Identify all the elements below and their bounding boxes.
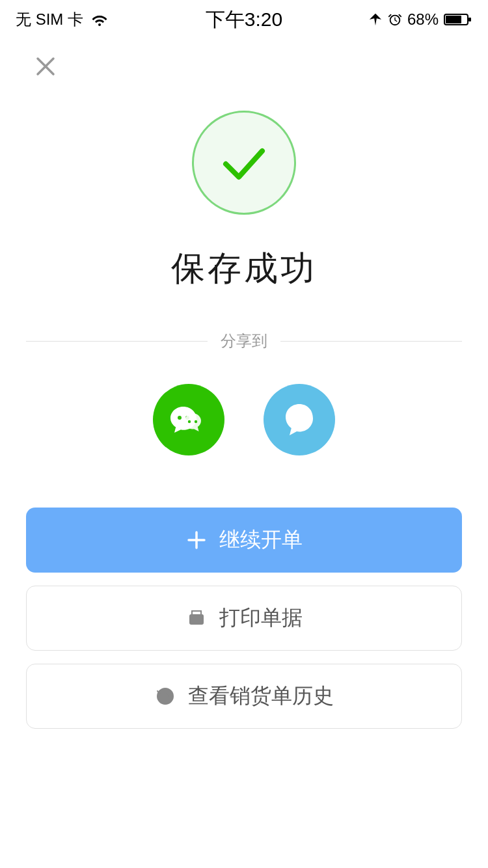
share-icons-row: [153, 384, 335, 455]
status-bar: 无 SIM 卡 下午3:20 68%: [0, 0, 488, 39]
success-title: 保存成功: [171, 246, 317, 292]
history-label: 查看销货单历史: [188, 682, 334, 711]
alarm-icon: [388, 12, 402, 27]
status-left: 无 SIM 卡: [16, 9, 109, 30]
qq-share-button[interactable]: [264, 384, 335, 455]
status-time: 下午3:20: [206, 7, 282, 33]
svg-point-13: [287, 409, 292, 417]
svg-rect-19: [193, 622, 198, 623]
history-icon: [154, 685, 176, 707]
checkmark-icon: [218, 137, 270, 189]
wechat-share-button[interactable]: [153, 384, 224, 455]
svg-rect-3: [446, 16, 461, 23]
print-icon: [185, 607, 208, 629]
wifi-icon: [90, 12, 109, 27]
wechat-icon: [168, 399, 210, 441]
svg-rect-2: [468, 18, 471, 21]
share-label: 分享到: [221, 331, 267, 351]
location-icon: [368, 12, 383, 27]
svg-point-11: [293, 415, 298, 420]
share-divider: 分享到: [26, 331, 462, 351]
print-label: 打印单据: [219, 604, 303, 632]
success-icon-circle: [192, 111, 296, 215]
no-sim-label: 无 SIM 卡: [16, 9, 83, 30]
continue-button[interactable]: 继续开单: [26, 508, 462, 573]
divider-line-right: [280, 341, 462, 342]
main-content: 保存成功 分享到: [0, 39, 488, 729]
battery-icon: [444, 12, 472, 27]
qq-icon: [278, 399, 320, 441]
svg-point-14: [306, 409, 312, 417]
svg-point-6: [178, 416, 182, 420]
divider-line-left: [26, 341, 208, 342]
battery-label: 68%: [407, 10, 439, 29]
svg-point-8: [188, 420, 191, 423]
svg-point-12: [301, 415, 306, 420]
continue-label: 继续开单: [219, 526, 303, 554]
close-button[interactable]: [26, 47, 65, 86]
plus-icon: [185, 529, 208, 551]
svg-point-20: [202, 617, 204, 619]
svg-point-9: [195, 420, 197, 423]
print-button[interactable]: 打印单据: [26, 586, 462, 651]
history-button[interactable]: 查看销货单历史: [26, 664, 462, 729]
svg-rect-18: [193, 619, 200, 621]
status-right: 68%: [368, 10, 472, 29]
action-buttons: 继续开单 打印单据 查看销货单历史: [26, 508, 462, 729]
